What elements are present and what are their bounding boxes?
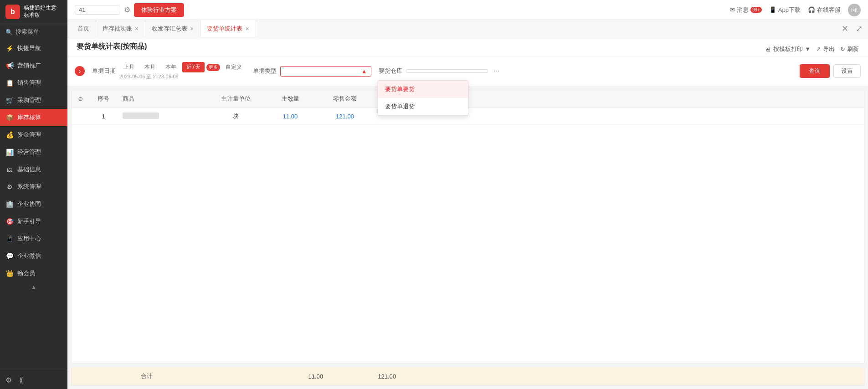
warehouse-filter-input[interactable] xyxy=(406,69,488,73)
sidebar-item-finance[interactable]: 💰资金管理 xyxy=(0,126,67,143)
message-icon: ✉ xyxy=(730,6,735,13)
sidebar-logo: b 畅捷通好生意 标准版 xyxy=(0,0,67,24)
refresh-button[interactable]: ↻ 刷新 xyxy=(840,45,859,53)
page-header: 要货单统计表(按商品) 🖨 按模板打印 ▼ ↗ 导出 ↻ 刷新 xyxy=(67,37,868,56)
tab-expand[interactable]: ⤢ xyxy=(854,24,864,34)
col-quantity: 主数量 xyxy=(263,90,318,108)
more-dates-badge[interactable]: 更多 xyxy=(206,64,220,71)
sidebar-item-label: 应用中心 xyxy=(17,235,41,243)
date-quick-buttons: 上月 本月 本年 近7天 更多 自定义 xyxy=(119,62,246,72)
settings-icon[interactable]: ⚙ xyxy=(5,376,12,384)
sidebar-item-quick-nav[interactable]: ⚡快捷导航 xyxy=(0,40,67,57)
last-month-button[interactable]: 上月 xyxy=(119,62,139,72)
col-gear: ⚙ xyxy=(72,90,90,108)
sidebar-nav: ⚡快捷导航📢营销推广📋销售管理🛒采购管理📦库存核算💰资金管理📊经营管理🗂基础信息… xyxy=(0,40,67,282)
dropdown-item-1[interactable]: 要货单退货 xyxy=(378,98,468,115)
tab-close-all[interactable]: ✕ xyxy=(840,24,850,34)
topbar: ⚙ 体验行业方案 ✉ 消息 99+ 📱 App下载 🎧 在线客服 Rit xyxy=(67,0,868,20)
filter-area: › 单据日期 上月 本月 本年 近7天 更多 自定义 2023-05-06 至 … xyxy=(67,56,868,86)
filter-more-dots[interactable]: ··· xyxy=(493,67,499,75)
search-icon: 🔍 xyxy=(5,29,13,36)
this-month-button[interactable]: 本月 xyxy=(140,62,159,72)
type-dropdown: 要货单要货 要货单退货 xyxy=(377,80,468,116)
sidebar-item-label: 基础信息 xyxy=(17,165,41,174)
sidebar-item-label: 库存核算 xyxy=(17,113,41,122)
sidebar-item-purchase[interactable]: 🛒采购管理 xyxy=(0,92,67,109)
tab-close-order-stats[interactable]: × xyxy=(245,25,249,32)
sidebar-item-enterprise[interactable]: 🏢企业协同 xyxy=(0,195,67,213)
refresh-icon: ↻ xyxy=(840,46,845,52)
sales-icon: 📋 xyxy=(5,79,14,87)
query-button[interactable]: 查询 xyxy=(800,64,830,78)
sidebar-item-guide[interactable]: 🎯新手引导 xyxy=(0,213,67,230)
app-download-button[interactable]: 📱 App下载 xyxy=(769,6,801,14)
sidebar-item-label: 采购管理 xyxy=(17,96,41,104)
sidebar-search[interactable]: 🔍 搜索菜单 xyxy=(0,24,67,40)
message-badge: 99+ xyxy=(750,7,762,13)
tab-order-stats[interactable]: 要货单统计表× xyxy=(200,20,256,37)
print-template-button[interactable]: 🖨 按模板打印 ▼ xyxy=(765,45,811,53)
sidebar-item-basic[interactable]: 🗂基础信息 xyxy=(0,161,67,178)
sidebar-item-system[interactable]: ⚙系统管理 xyxy=(0,178,67,195)
type-caret-icon: ▲ xyxy=(361,68,367,75)
tabbar: 首页库存批次账×收发存汇总表×要货单统计表× ✕ ⤢ xyxy=(67,20,868,37)
last-7days-button[interactable]: 近7天 xyxy=(182,62,205,72)
guide-icon: 🎯 xyxy=(5,217,14,225)
export-button[interactable]: ↗ 导出 xyxy=(816,45,835,53)
type-filter-group: 单据类型 ▲ xyxy=(253,66,371,77)
tab-home[interactable]: 首页 xyxy=(71,20,96,37)
sidebar-item-sales[interactable]: 📋销售管理 xyxy=(0,74,67,92)
dropdown-item-0[interactable]: 要货单要货 xyxy=(378,81,468,98)
type-filter-select[interactable]: ▲ xyxy=(280,66,371,77)
sidebar-item-inventory[interactable]: 📦库存核算 xyxy=(0,109,67,126)
filter-expand-button[interactable]: › xyxy=(75,66,85,76)
sidebar-item-app-center[interactable]: 📱应用中心 xyxy=(0,230,67,247)
col-product: 商品 xyxy=(117,90,208,108)
warehouse-filter-label: 要货仓库 xyxy=(379,67,402,75)
sidebar-item-label: 经营管理 xyxy=(17,148,41,156)
table-settings-icon[interactable]: ⚙ xyxy=(78,96,83,102)
sidebar-item-label: 企业微信 xyxy=(17,252,41,260)
sidebar-item-membership[interactable]: 👑畅会员 xyxy=(0,265,67,282)
trial-button[interactable]: 体验行业方案 xyxy=(134,3,184,17)
col-amount: 零售金额 xyxy=(318,90,372,108)
tab-close-inventory-batch[interactable]: × xyxy=(135,25,139,32)
custom-date-button[interactable]: 自定义 xyxy=(222,62,246,72)
sidebar-item-wechat[interactable]: 💬企业微信 xyxy=(0,247,67,265)
wechat-icon: 💬 xyxy=(5,252,14,260)
cell-product-0 xyxy=(117,108,208,125)
topbar-number-input[interactable] xyxy=(75,5,120,15)
tab-label-receivable-summary: 收发存汇总表 xyxy=(152,25,187,33)
footer-amount: 121.00 xyxy=(341,373,396,380)
user-avatar[interactable]: Rit xyxy=(848,4,861,16)
sidebar-item-operations[interactable]: 📊经营管理 xyxy=(0,143,67,161)
sidebar-item-label: 销售管理 xyxy=(17,79,41,87)
export-icon: ↗ xyxy=(816,46,821,52)
marketing-icon: 📢 xyxy=(5,61,14,70)
topbar-right: ✉ 消息 99+ 📱 App下载 🎧 在线客服 Rit xyxy=(730,4,861,16)
collapse-icon[interactable]: ⟪ xyxy=(19,376,23,384)
date-range-display: 2023-05-06 至 2023-06-06 xyxy=(119,73,246,80)
settings-button[interactable]: 设置 xyxy=(833,64,861,78)
tab-close-receivable-summary[interactable]: × xyxy=(190,25,194,32)
this-year-button[interactable]: 本年 xyxy=(161,62,180,72)
sidebar-item-marketing[interactable]: 📢营销推广 xyxy=(0,57,67,74)
print-dropdown-icon: ▼ xyxy=(805,46,811,52)
messages-button[interactable]: ✉ 消息 99+ xyxy=(730,6,762,14)
purchase-icon: 🛒 xyxy=(5,96,14,104)
footer-label: 合计 xyxy=(123,372,214,380)
tab-receivable-summary[interactable]: 收发存汇总表× xyxy=(145,20,200,37)
page-header-actions: 🖨 按模板打印 ▼ ↗ 导出 ↻ 刷新 xyxy=(765,45,859,53)
sidebar-item-label: 畅会员 xyxy=(17,269,35,277)
date-filter-buttons: 上月 本月 本年 近7天 更多 自定义 2023-05-06 至 2023-06… xyxy=(119,62,246,80)
sidebar-scroll-down[interactable]: ▲ xyxy=(0,282,67,292)
sidebar-bottom: ⚙ ⟪ xyxy=(0,371,67,389)
online-service-button[interactable]: 🎧 在线客服 xyxy=(808,6,841,14)
tab-inventory-batch[interactable]: 库存批次账× xyxy=(96,20,145,37)
cell-gear-0 xyxy=(72,108,90,125)
page-title: 要货单统计表(按商品) xyxy=(77,42,147,56)
sidebar-item-label: 资金管理 xyxy=(17,131,41,139)
sidebar-item-label: 快捷导航 xyxy=(17,44,41,52)
app-icon: 📱 xyxy=(769,6,776,13)
topbar-gear-icon[interactable]: ⚙ xyxy=(124,5,130,14)
